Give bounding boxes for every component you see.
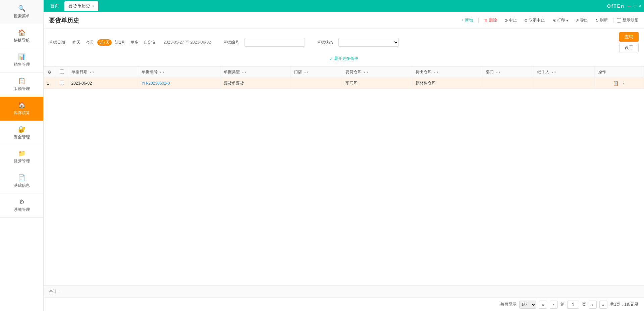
document-icon: 📄	[18, 174, 25, 181]
print-icon: 🖨	[552, 18, 556, 23]
sidebar-item-quicknav[interactable]: 🏠 快捷导航	[0, 24, 43, 48]
row-more-icon[interactable]: ⋮	[621, 81, 626, 86]
brand-label: OfTEn	[607, 3, 625, 9]
first-page-button[interactable]: «	[539, 301, 547, 309]
prev-page-button[interactable]: ‹	[550, 301, 558, 309]
toolbar: + 新增 🗑 删除 ⊘ 中止 ⊘ 取消中止 🖨 打印	[460, 16, 639, 24]
window-maximize[interactable]: □	[634, 4, 636, 8]
sort-handler-icon[interactable]: ▲▼	[551, 71, 556, 74]
show-detail-checkbox[interactable]	[617, 18, 621, 23]
bill-status-label: 单据状态	[317, 40, 333, 45]
sidebar-item-basicinfo[interactable]: 📄 基础信息	[0, 169, 43, 193]
window-close[interactable]: ×	[639, 4, 641, 8]
row-edit-icon[interactable]: 📋	[613, 81, 619, 86]
sidebar-item-sales[interactable]: 📊 销售管理	[0, 48, 43, 73]
bill-no-label: 单据编号	[223, 40, 239, 45]
expand-more-label: 展开更多条件	[334, 56, 358, 61]
sort-billno-icon[interactable]: ▲▼	[159, 71, 165, 74]
date-option-more[interactable]: 更多	[128, 39, 141, 46]
print-btn-label: 打印	[557, 17, 565, 23]
date-option-today[interactable]: 今天	[84, 39, 96, 46]
query-button[interactable]: 查询	[619, 32, 639, 42]
print-chevron-icon: ▾	[566, 18, 568, 23]
chart-icon: 📊	[18, 53, 25, 60]
tab-bill-history[interactable]: 要货单历史 ×	[64, 1, 98, 11]
th-req-warehouse: 要货仓库 ▲▼	[342, 66, 412, 78]
date-option-1month[interactable]: 近1月	[113, 39, 127, 46]
export-button[interactable]: ↗ 导出	[574, 16, 590, 24]
sidebar-item-label: 系统管理	[14, 207, 30, 213]
row-checkbox[interactable]	[60, 81, 64, 85]
bill-no-input[interactable]	[245, 38, 305, 47]
th-checkbox[interactable]	[56, 66, 68, 78]
sidebar-item-inventory[interactable]: 🏠 库存核算	[0, 97, 43, 121]
sidebar-item-search[interactable]: 🔍 搜索菜单	[0, 0, 43, 24]
expand-more-btn[interactable]: ✓ 展开更多条件	[49, 54, 639, 63]
show-detail-label: 显示明细	[623, 17, 639, 23]
date-option-yesterday[interactable]: 昨天	[70, 39, 83, 46]
cancel-stop-button[interactable]: ⊘ 取消中止	[522, 16, 547, 24]
data-table: ⚙ 单据日期 ▲▼ 单据编号 ▲▼ 单据类型 ▲▼	[44, 66, 644, 89]
sidebar-item-label: 经营管理	[14, 159, 30, 164]
table-footer: 合计：	[44, 285, 644, 298]
next-page-button[interactable]: ›	[589, 301, 597, 309]
bill-status-select[interactable]	[338, 38, 399, 47]
td-department	[482, 78, 534, 89]
select-all-checkbox[interactable]	[60, 70, 64, 74]
sidebar-item-purchase[interactable]: 📋 采购管理	[0, 73, 43, 97]
export-btn-label: 导出	[580, 17, 588, 23]
sidebar-item-label: 资金管理	[14, 134, 30, 140]
inventory-icon: 🏠	[18, 101, 25, 109]
refresh-button[interactable]: ↻ 刷新	[593, 16, 610, 24]
del-icon: 🗑	[484, 18, 488, 23]
page-size-select[interactable]: 50 10 20 100	[519, 301, 536, 309]
tab-home[interactable]: 首页	[46, 1, 63, 11]
sidebar-item-system[interactable]: ⚙ 系统管理	[0, 193, 43, 218]
td-checkbox[interactable]	[56, 78, 68, 89]
sort-out-wh-icon[interactable]: ▲▼	[433, 71, 439, 74]
page-number-input[interactable]	[567, 301, 579, 309]
toolbar-divider-2	[613, 18, 613, 23]
sidebar: 🔍 搜索菜单 🏠 快捷导航 📊 销售管理 📋 采购管理 🏠 库存核算 🔐 资金管…	[0, 0, 44, 311]
date-option-custom[interactable]: 自定义	[142, 39, 158, 46]
sort-date-icon[interactable]: ▲▼	[89, 71, 95, 74]
summary-label: 合计：	[49, 289, 61, 295]
th-date: 单据日期 ▲▼	[68, 66, 138, 78]
th-operation: 操作	[595, 66, 644, 78]
sort-store-icon[interactable]: ▲▼	[304, 71, 309, 74]
bill-no-link[interactable]: YH-20230602-0	[142, 81, 170, 86]
page-label: 第	[560, 302, 565, 307]
table-container: ⚙ 单据日期 ▲▼ 单据编号 ▲▼ 单据类型 ▲▼	[44, 66, 644, 285]
table-body: 1 2023-06-02 YH-20230602-0 要货单要货 车间库 原材料…	[44, 78, 644, 89]
window-minimize[interactable]: —	[627, 4, 631, 8]
sort-dept-icon[interactable]: ▲▼	[495, 71, 501, 74]
date-option-7days[interactable]: 近7天	[97, 39, 112, 46]
sidebar-item-label: 搜索菜单	[14, 13, 30, 19]
close-tab-icon[interactable]: ×	[92, 4, 94, 8]
last-page-button[interactable]: »	[599, 301, 607, 309]
toolbar-divider-1	[478, 18, 479, 23]
print-button[interactable]: 🖨 打印 ▾	[550, 16, 570, 24]
th-settings[interactable]: ⚙	[44, 66, 56, 78]
sidebar-item-finance[interactable]: 🔐 资金管理	[0, 121, 43, 145]
td-index: 1	[44, 78, 56, 89]
td-req-warehouse: 车间库	[342, 78, 412, 89]
page-header: 要货单历史 + 新增 🗑 删除 ⊘ 中止 ⊘ 取消中止	[44, 12, 644, 29]
sidebar-item-label: 采购管理	[14, 86, 30, 92]
expand-more-icon: ✓	[329, 56, 333, 61]
show-detail-checkbox-label[interactable]: 显示明细	[617, 17, 639, 23]
new-button[interactable]: + 新增	[460, 16, 475, 24]
export-icon: ↗	[576, 18, 579, 23]
td-out-warehouse: 原材料仓库	[412, 78, 482, 89]
refresh-icon: ↻	[595, 18, 599, 23]
sort-req-wh-icon[interactable]: ▲▼	[363, 71, 369, 74]
page-size-label: 每页显示	[500, 302, 517, 307]
sidebar-item-label: 库存核算	[14, 110, 30, 116]
sidebar-item-operations[interactable]: 📁 经营管理	[0, 145, 43, 169]
th-store: 门店 ▲▼	[290, 66, 342, 78]
setting-button[interactable]: 设置	[619, 43, 639, 52]
sort-billtype-icon[interactable]: ▲▼	[241, 71, 247, 74]
stop-button[interactable]: ⊘ 中止	[502, 16, 519, 24]
clipboard-icon: 📋	[18, 77, 25, 85]
delete-button[interactable]: 🗑 删除	[482, 16, 499, 24]
